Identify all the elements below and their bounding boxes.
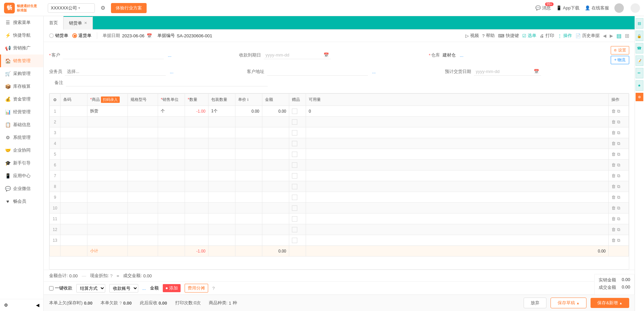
copy-row-icon[interactable]: ⧉ xyxy=(617,173,620,179)
delete-row-icon[interactable]: 🗑 xyxy=(611,109,616,114)
save-new-button[interactable]: 保存&新增 ▲ xyxy=(591,298,629,308)
sidebar-item-search[interactable]: ☰ 搜索菜单 xyxy=(0,16,43,29)
view-list-icon[interactable]: ▤ xyxy=(616,33,621,39)
form-logistics-button[interactable]: + 物流 xyxy=(611,56,629,64)
payment-method-select[interactable]: 结算方式 xyxy=(76,284,105,293)
sidebar-item-basic[interactable]: 📋 基础信息 xyxy=(0,118,43,131)
salesperson-input[interactable] xyxy=(65,68,166,76)
customer-ellipsis[interactable]: ... xyxy=(168,53,172,58)
video-btn[interactable]: ▷ 视频 xyxy=(465,33,479,39)
help-btn[interactable]: ? 帮助 xyxy=(482,33,495,39)
sidebar-item-inventory[interactable]: 📦 库存核算 xyxy=(0,80,43,93)
td-unit[interactable]: 个 xyxy=(158,106,185,117)
abandon-button[interactable]: 放弃 xyxy=(524,298,546,308)
td-product[interactable]: 拆货 xyxy=(87,106,128,117)
gift-checkbox[interactable] xyxy=(292,130,297,135)
copy-row-icon[interactable]: ⧉ xyxy=(617,109,620,114)
customer-addr-input[interactable] xyxy=(267,68,368,76)
salesperson-ellipsis[interactable]: ... xyxy=(170,69,174,74)
one-click-payment-checkbox[interactable] xyxy=(49,286,53,290)
shortcuts-btn[interactable]: ⌨ 快捷键 xyxy=(498,33,519,39)
copy-row-icon[interactable]: ⧉ xyxy=(617,130,620,135)
fee-split-button[interactable]: 费用分摊 xyxy=(185,284,208,293)
gift-checkbox[interactable] xyxy=(292,184,297,189)
rq-btn-3[interactable]: ☎ xyxy=(636,43,643,53)
gift-checkbox[interactable] xyxy=(292,227,297,232)
sidebar-item-finance[interactable]: 💰 资金管理 xyxy=(0,93,43,106)
copy-row-icon[interactable]: ⧉ xyxy=(617,216,620,222)
td-unit-price[interactable]: 0.00 xyxy=(235,106,262,117)
sidebar-item-operations[interactable]: 📊 经营管理 xyxy=(0,106,43,118)
rq-btn-6[interactable]: ★ xyxy=(636,80,643,91)
td-gift[interactable] xyxy=(289,106,306,117)
td-spec[interactable] xyxy=(128,106,158,117)
copy-row-icon[interactable]: ⧉ xyxy=(617,141,620,146)
nav-prev-icon[interactable]: ◀ xyxy=(603,33,606,38)
form-settings-button[interactable]: ⊕ 设置 xyxy=(611,46,629,54)
td-pack-qty[interactable]: 1个 xyxy=(209,106,235,117)
warehouse-value[interactable]: 建材仓 xyxy=(443,52,456,58)
sidebar-item-vip[interactable]: ♥ 畅会员 xyxy=(0,195,43,208)
delete-row-icon[interactable]: 🗑 xyxy=(611,173,616,179)
app-download-button[interactable]: 📱 App下载 xyxy=(556,5,579,11)
sidebar-item-guide[interactable]: 🎓 新手引导 xyxy=(0,157,43,169)
due-date-input[interactable]: yyyy-mm-dd 📅 xyxy=(264,51,331,59)
arrears-help-icon[interactable]: ? xyxy=(119,301,122,306)
rq-btn-1[interactable]: ▤ xyxy=(636,18,643,29)
due-date-calendar-icon[interactable]: 📅 xyxy=(324,52,329,57)
payment-account-select[interactable]: 收款账号 xyxy=(109,284,138,293)
online-service-button[interactable]: 👤 在线客服 xyxy=(585,5,609,11)
select-bill-btn[interactable]: ☑ 选单 xyxy=(522,33,536,39)
note-input[interactable] xyxy=(66,79,268,86)
delete-row-icon[interactable]: 🗑 xyxy=(611,205,616,211)
rq-btn-2[interactable]: 🔒 xyxy=(636,31,643,41)
copy-row-icon[interactable]: ⧉ xyxy=(617,195,620,200)
message-button[interactable]: 💬 消息 99+ xyxy=(535,5,551,11)
view-grid-icon[interactable]: ⊞ xyxy=(625,33,629,39)
rq-btn-7[interactable]: ⊕ xyxy=(636,93,643,101)
gift-checkbox[interactable] xyxy=(292,195,297,200)
radio-return[interactable]: 退货单 xyxy=(72,33,91,39)
rq-btn-4[interactable]: 📝 xyxy=(636,55,643,66)
radio-sales[interactable]: 销货单 xyxy=(49,33,68,39)
print-btn[interactable]: 🖨 打印 xyxy=(540,33,554,39)
copy-row-icon[interactable]: ⧉ xyxy=(617,227,620,232)
copy-row-icon[interactable]: ⧉ xyxy=(617,238,620,243)
add-payment-button[interactable]: ● 添加 xyxy=(163,284,181,292)
warehouse-ellipsis[interactable]: ... xyxy=(460,53,463,58)
calendar-icon[interactable]: 📅 xyxy=(147,33,152,38)
delete-row-icon[interactable]: 🗑 xyxy=(611,195,616,200)
delete-row-icon[interactable]: 🗑 xyxy=(611,162,616,168)
tab-close-icon[interactable]: ✕ xyxy=(84,21,87,25)
unit-price-info-icon[interactable]: ℹ xyxy=(247,98,249,102)
sidebar-item-enterprise[interactable]: 🤝 企业协同 xyxy=(0,144,43,157)
gift-checkbox[interactable] xyxy=(292,152,297,157)
copy-row-icon[interactable]: ⧉ xyxy=(617,205,620,211)
sidebar-item-purchase[interactable]: 🛒 采购管理 xyxy=(0,67,43,80)
delete-row-icon[interactable]: 🗑 xyxy=(611,119,616,125)
sidebar-settings-icon[interactable]: ⚙ xyxy=(4,303,8,308)
settings-gear-icon[interactable]: ⚙ xyxy=(98,3,108,13)
tab-sales-order[interactable]: 销货单 ✕ xyxy=(64,16,93,30)
gift-checkbox[interactable] xyxy=(292,119,297,125)
scan-button[interactable]: 扫码录入 xyxy=(101,96,120,103)
copy-row-icon[interactable]: ⧉ xyxy=(617,162,620,168)
td-qty[interactable]: -1.00 xyxy=(185,106,209,117)
nav-next-icon[interactable]: ▶ xyxy=(610,33,613,38)
sidebar-item-quick-nav[interactable]: ⚡ 快捷导航 xyxy=(0,29,43,42)
history-btn[interactable]: 📄 历史单据 xyxy=(575,33,600,39)
tab-home[interactable]: 首页 xyxy=(44,16,64,30)
copy-row-icon[interactable]: ⧉ xyxy=(617,184,620,189)
sidebar-item-system[interactable]: ⚙ 系统管理 xyxy=(0,131,43,144)
td-barcode[interactable] xyxy=(61,106,87,117)
gift-checkbox[interactable] xyxy=(292,109,297,114)
account-ellipsis[interactable]: ... xyxy=(142,286,146,291)
th-settings[interactable]: ⚙ xyxy=(50,94,61,106)
gift-checkbox[interactable] xyxy=(292,238,297,243)
fee-help-icon[interactable]: ? xyxy=(212,286,215,291)
delete-row-icon[interactable]: 🗑 xyxy=(611,130,616,135)
delete-row-icon[interactable]: 🗑 xyxy=(611,141,616,146)
user-avatar[interactable] xyxy=(614,3,624,13)
gift-checkbox[interactable] xyxy=(292,141,297,146)
copy-row-icon[interactable]: ⧉ xyxy=(617,152,620,157)
